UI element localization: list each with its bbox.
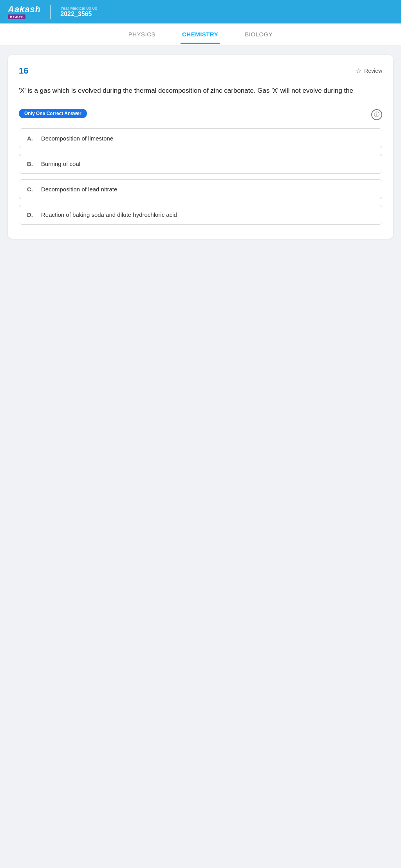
review-label: Review <box>364 68 382 74</box>
option-c-label: C. <box>27 186 35 193</box>
info-icon[interactable]: ⓘ <box>371 109 382 120</box>
tab-biology[interactable]: BIOLOGY <box>243 25 274 44</box>
bottom-space <box>0 248 401 679</box>
question-number: 16 <box>19 66 28 76</box>
options-list: A. Decomposition of limestone B. Burning… <box>19 128 382 225</box>
main-content: 16 ☆ Review 'X' is a gas which is evolve… <box>0 45 401 248</box>
header-info: Year Medical 00 00 2022_3565 <box>60 6 97 18</box>
question-card: 16 ☆ Review 'X' is a gas which is evolve… <box>8 55 393 239</box>
option-b[interactable]: B. Burning of coal <box>19 154 382 174</box>
review-button[interactable]: ☆ Review <box>356 67 382 75</box>
option-c-text: Decomposition of lead nitrate <box>41 186 117 193</box>
tab-chemistry[interactable]: CHEMISTRY <box>181 25 220 44</box>
tabs-bar: PHYSICS CHEMISTRY BIOLOGY <box>0 23 401 45</box>
option-c[interactable]: C. Decomposition of lead nitrate <box>19 179 382 199</box>
header-subtitle: Year Medical 00 00 <box>60 6 97 11</box>
option-d-label: D. <box>27 211 35 218</box>
option-a-text: Decomposition of limestone <box>41 135 113 142</box>
answer-type-row: Only One Correct Answer ⓘ <box>19 109 382 121</box>
header-code: 2022_3565 <box>60 11 97 18</box>
option-b-label: B. <box>27 160 35 167</box>
option-d[interactable]: D. Reaction of baking soda and dilute hy… <box>19 205 382 225</box>
app-header: Aakash BYJU'S Year Medical 00 00 2022_35… <box>0 0 401 23</box>
option-a-label: A. <box>27 135 35 142</box>
option-d-text: Reaction of baking soda and dilute hydro… <box>41 211 177 218</box>
question-text: 'X' is a gas which is evolved during the… <box>19 85 382 96</box>
logo-byjus: BYJU'S <box>8 14 25 19</box>
option-a[interactable]: A. Decomposition of limestone <box>19 128 382 148</box>
question-header: 16 ☆ Review <box>19 66 382 76</box>
header-divider <box>50 5 51 19</box>
option-b-text: Burning of coal <box>41 160 80 167</box>
answer-type-tag: Only One Correct Answer <box>19 109 87 118</box>
tab-physics[interactable]: PHYSICS <box>127 25 157 44</box>
star-icon: ☆ <box>356 67 362 75</box>
logo-area: Aakash BYJU'S <box>8 4 41 19</box>
logo-aakash: Aakash <box>8 4 41 14</box>
